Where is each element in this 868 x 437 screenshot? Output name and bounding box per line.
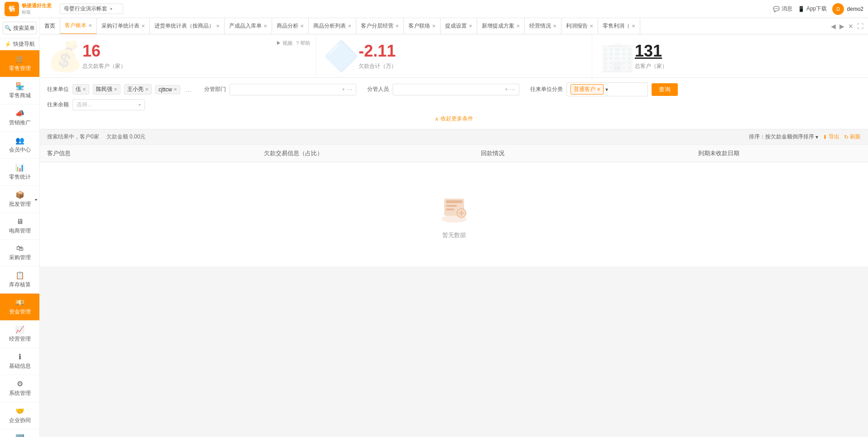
tab-business-situation[interactable]: 经营情况 ✕ [525, 18, 561, 34]
tag-wangxiaoliang-close[interactable]: ✕ [145, 87, 149, 92]
tab-close-profit-report[interactable]: ✕ [590, 24, 593, 28]
filter-row-1: 往来单位 伍 ✕ 陈民强 ✕ 王小亮 ✕ [47, 82, 861, 96]
tab-next-button[interactable]: ▶ [839, 22, 845, 31]
inventory-icon: 📋 [15, 271, 24, 280]
sort-button[interactable]: 排序：按欠款金额倒序排序 ▾ [749, 133, 818, 141]
division-person-more[interactable]: ··· [509, 86, 515, 94]
tab-customer-contact[interactable]: 客户联络 ✕ [404, 18, 441, 34]
app-download-button[interactable]: 📱 App下载 [798, 5, 827, 13]
filter-row-2: 往来余额 选择... ▾ [47, 99, 861, 110]
sidebar-item-operation[interactable]: 📈 经营管理 [0, 321, 39, 348]
sidebar-item-marketing[interactable]: 📣 营销推广 [0, 104, 39, 132]
message-icon: 💬 [773, 6, 780, 12]
tab-close-business[interactable]: ✕ [553, 24, 556, 28]
tab-purchase-order-stats[interactable]: 采购订单统计表 ✕ [97, 18, 150, 34]
tab-close-retail-profit[interactable]: ✕ [632, 24, 635, 28]
tab-close-goods-list[interactable]: ✕ [348, 24, 351, 28]
tab-new-promotion-plan[interactable]: 新增提成方案 ✕ [477, 18, 525, 34]
tag-cjttcw-close[interactable]: ✕ [173, 87, 177, 92]
tab-close-customer-segment[interactable]: ✕ [395, 24, 399, 28]
sidebar-search-area: 🔍 搜索菜单 [0, 18, 39, 38]
avatar: D [832, 3, 844, 15]
division-dept-select[interactable]: ▾ ··· [230, 84, 356, 95]
sidebar-item-wholesale[interactable]: 📦 批发管理 ▾ [0, 186, 39, 213]
query-button[interactable]: 查询 [652, 83, 678, 96]
sidebar-item-basic-info[interactable]: ℹ 基础信息 [0, 348, 39, 375]
tab-prev-button[interactable]: ◀ [830, 22, 837, 31]
filter-tag-wangxiaoliang[interactable]: 王小亮 ✕ [124, 84, 152, 95]
industry-selector[interactable]: 母婴行业演示帐套 ▾ [60, 4, 123, 14]
sidebar-item-retail-mall[interactable]: 🏪 零售商城 [0, 77, 39, 104]
quick-nav-button[interactable]: ⚡ 快捷导航 [0, 38, 39, 50]
sidebar-item-new-guide[interactable]: 🆕 新手引导 [0, 429, 39, 437]
marketing-icon: 📣 [15, 109, 24, 118]
unit-classify-tag[interactable]: 普通客户 ✕ [571, 84, 604, 95]
sidebar-item-member[interactable]: 👥 会员中心 [0, 132, 39, 159]
user-menu[interactable]: D demo2 [832, 3, 863, 15]
wholesale-icon: 📦 [15, 190, 24, 199]
tab-close-customer-balance[interactable]: ✕ [88, 23, 92, 28]
sidebar-item-retail-stats[interactable]: 📊 零售统计 [0, 159, 39, 186]
sidebar-item-inventory[interactable]: 📋 库存核算 [0, 266, 39, 294]
tab-close-new-plan[interactable]: ✕ [516, 24, 520, 28]
tab-close-promotion-settings[interactable]: ✕ [469, 24, 472, 28]
search-menu-button[interactable]: 🔍 搜索菜单 [3, 22, 37, 34]
tab-close-all-button[interactable]: ✕ [847, 22, 854, 31]
tag-chenminqiang-close[interactable]: ✕ [114, 87, 117, 92]
tab-product-inbound[interactable]: 产成品入库单 ✕ [225, 18, 272, 34]
export-icon: ⬇ [823, 134, 827, 140]
sidebar-item-enterprise-cooperation[interactable]: 🤝 企业协同 [0, 402, 39, 429]
svg-rect-4 [446, 209, 454, 210]
message-button[interactable]: 💬 消息 [773, 5, 792, 13]
tab-close-inbound[interactable]: ✕ [216, 24, 220, 28]
sidebar: 🔍 搜索菜单 ⚡ 快捷导航 🛒 零售管理 🏪 零售商城 📣 营销推广 [0, 18, 40, 437]
sidebar-item-retail[interactable]: 🛒 零售管理 [0, 50, 39, 77]
sidebar-item-purchase[interactable]: 🛍 采购管理 [0, 240, 39, 266]
tab-close-purchase-order[interactable]: ✕ [141, 24, 145, 28]
tab-promotion-settings[interactable]: 提成设置 ✕ [441, 18, 477, 34]
tab-close-customer-contact[interactable]: ✕ [432, 24, 436, 28]
tab-close-product-inbound[interactable]: ✕ [264, 24, 267, 28]
tab-expand-button[interactable]: ⛶ [856, 22, 864, 31]
tab-close-goods-analysis[interactable]: ✕ [300, 24, 304, 28]
empty-state: 暂无数据 [40, 162, 868, 266]
tab-customer-balance[interactable]: 客户账本 ✕ [60, 18, 97, 34]
filter-tag-chenminqiang[interactable]: 陈民强 ✕ [93, 84, 120, 95]
sidebar-item-ecommerce[interactable]: 🖥 电商管理 [0, 213, 39, 240]
filter-tag-cjttcw[interactable]: cjttcw ✕ [155, 85, 180, 94]
result-bar: 搜索结果中，客户0家 欠款金额 0.00元 排序：按欠款金额倒序排序 ▾ ⬇ 导… [40, 129, 868, 145]
division-person-select[interactable]: ▾ ··· [393, 84, 519, 95]
help-button[interactable]: ? 帮助 [296, 40, 310, 47]
filter-tag-wu[interactable]: 伍 ✕ [72, 84, 89, 95]
tab-customer-segment[interactable]: 客户分层经营 ✕ [356, 18, 404, 34]
logo-sub: 标版 [22, 9, 52, 15]
balance-select[interactable]: 选择... ▾ [72, 99, 145, 110]
capital-icon: 💴 [15, 298, 24, 307]
classify-tag-close[interactable]: ✕ [597, 87, 600, 92]
basic-info-icon: ℹ [19, 352, 21, 361]
video-help-button[interactable]: ▶ 视频 [276, 40, 293, 47]
top-right: 💬 消息 📱 App下载 D demo2 [773, 3, 863, 15]
tab-goods-analysis-list[interactable]: 商品分析列表 ✕ [309, 18, 356, 34]
collapse-button[interactable]: ∧ 收起更多条件 [47, 113, 861, 124]
refresh-button[interactable]: ↻ 刷新 [844, 133, 861, 141]
division-dept-more[interactable]: ··· [346, 86, 352, 94]
stat-card-total-customers: 🏢 131 总客户（家） [592, 34, 868, 77]
sort-arrow-icon: ▾ [815, 134, 818, 140]
unit-classify-label: 往来单位分类 [530, 86, 563, 93]
tab-home[interactable]: 首页 [40, 18, 60, 34]
tab-inbound-stats[interactable]: 进货单统计表（按商品） ✕ [150, 18, 225, 34]
sidebar-item-system[interactable]: ⚙ 系统管理 [0, 375, 39, 402]
col-header-repayment: 回款情况 [481, 149, 698, 157]
tab-profit-report[interactable]: 利润报告 ✕ [561, 18, 598, 34]
tab-retail-profit[interactable]: 零售利润（ ✕ [598, 18, 640, 34]
svg-rect-2 [446, 200, 462, 203]
content-area: 首页 客户账本 ✕ 采购订单统计表 ✕ 进货单统计表（按商品） ✕ 产成品入库单… [40, 18, 868, 437]
export-button[interactable]: ⬇ 导出 [823, 133, 839, 141]
tag-wu-close[interactable]: ✕ [82, 87, 86, 92]
tab-goods-analysis[interactable]: 商品分析 ✕ [272, 18, 309, 34]
unit-classify-select[interactable]: 普通客户 ✕ ▾ [566, 82, 648, 96]
total-customer-label: 总客户（家） [635, 62, 667, 70]
more-tags-button[interactable]: ... [184, 86, 193, 94]
sidebar-item-capital[interactable]: 💴 资金管理 [0, 294, 39, 321]
